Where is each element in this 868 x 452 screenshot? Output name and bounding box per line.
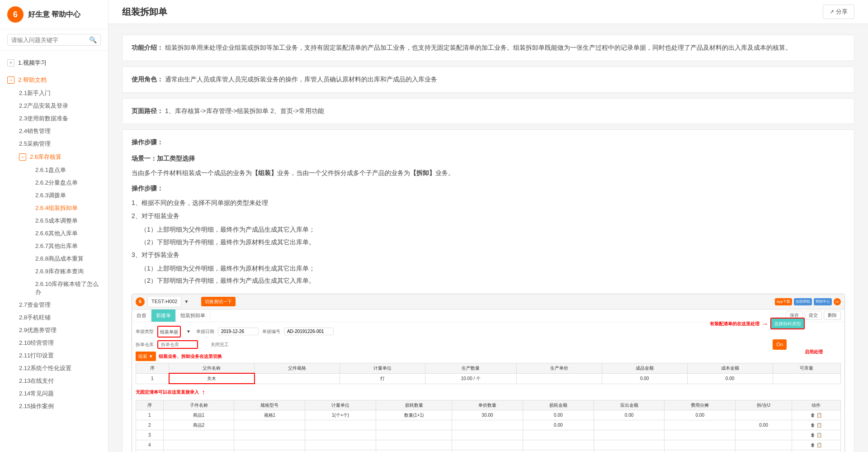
mock-bcell-spec: 规格1 <box>234 410 305 420</box>
mock-bcell-expense2 <box>665 420 736 430</box>
mock-help-icon: 在线帮助 <box>794 298 812 305</box>
mock-cell-qty: 10.00 / 个 <box>425 373 516 384</box>
step2-sub2: （2）下部明细为子件明细，最终作为原材料生成其它出库单。 <box>141 237 845 248</box>
mock-table-top-head: 序 父件名称 父件规格 计量单位 生产数量 生产单价 成品金额 成本金额 可库量 <box>136 363 841 374</box>
mock-bcol-loss-amt: 损耗金额 <box>523 400 594 410</box>
nav-item-2-13[interactable]: 2.13在线支付 <box>0 375 108 387</box>
mock-user-icon: cc <box>834 298 841 305</box>
on-badge-area: On <box>773 339 787 350</box>
nav-item-2-6-9[interactable]: 2.6.9库存账本查询 <box>9 265 108 278</box>
step2-sub: （1）上部明细为父件明细，最终作为产成品生成其它入库单； （2）下部明细为子件明… <box>132 224 845 248</box>
logo-icon: 6 <box>7 6 24 23</box>
nav-item-2-11[interactable]: 2.11打印设置 <box>0 349 108 362</box>
mock-num-input[interactable] <box>284 328 334 335</box>
ops-card: 操作步骤： 场景一：加工类型选择 当由多个子件材料组装成一个成品的业务为【组装】… <box>122 129 854 452</box>
nav-section-docs: − 2.帮助文档 2.1新手入门 2.2产品安装及登录 2.3使用前数据准备 2… <box>0 71 108 414</box>
nav-item-2-6-5[interactable]: 2.6.5成本调整单 <box>9 214 108 227</box>
mock-type-value: 组装单据 <box>160 329 178 334</box>
search-icon[interactable]: 🔍 <box>89 36 97 43</box>
nav-item-2-6-6[interactable]: 2.6.6其他入库单 <box>9 227 108 240</box>
table-row: 1 关木 打 10.00 / 个 0.00 0.00 <box>136 373 841 384</box>
nav-item-2-6-3[interactable]: 2.6.3调拨单 <box>9 189 108 202</box>
intro-card: 功能介绍： 组装拆卸单用来处理企业组装或拆卸等加工业务，支持有固定装配清单的产品… <box>122 35 854 61</box>
mock-delete-btn[interactable]: 删除 <box>824 311 841 320</box>
mock-table-bottom-head: 序 子件名称 规格型号 计量单位 损耗数量 单价数量 损耗金额 应出金额 费用分… <box>136 400 841 410</box>
nav-item-2-8[interactable]: 2.8手机旺铺 <box>0 311 108 324</box>
mock-bcell-split2: 0.00 <box>736 420 792 430</box>
nav-item-2-15[interactable]: 2.15操作案例 <box>0 400 108 413</box>
nav-item-2-4[interactable]: 2.4销售管理 <box>0 125 108 138</box>
mock-company-dropdown[interactable]: TEST-H002 <box>147 296 181 307</box>
mock-warehouse-input[interactable] <box>157 340 198 349</box>
mock-bcol-loss-qty: 损耗数量 <box>376 400 452 410</box>
logo-text: 好生意 帮助中心 <box>28 10 80 19</box>
mock-type-input[interactable]: 组装单据 <box>157 326 181 338</box>
mock-process-btn[interactable]: 选择拆科类型 <box>770 318 805 330</box>
nav-item-2-6-8[interactable]: 2.6.8商品成本重算 <box>9 252 108 265</box>
mock-cell-cost-amt: 0.00 <box>687 373 773 384</box>
nav-label-docs: 2.帮助文档 <box>18 76 47 84</box>
mock-dropdown-arrow: ▼ <box>184 298 189 305</box>
mock-bcell-unit2 <box>305 420 376 430</box>
steps-list: 1、根据不同的业务，选择不同单据的类型来处理 2、对于组装业务 （1）上部明细为… <box>132 198 845 287</box>
nav-item-2-6-4[interactable]: 2.6.4组装拆卸单 <box>9 202 108 214</box>
mock-bcol-child-name: 子件名称 <box>163 400 234 410</box>
mock-col-parent-spec: 父件规格 <box>255 363 340 374</box>
content-area: 功能介绍： 组装拆卸单用来处理企业组装或拆卸等加工业务，支持有固定装配清单的产品… <box>108 24 868 452</box>
nav-item-2-6-2[interactable]: 2.6.2分量盘点单 <box>9 176 108 189</box>
mock-col-seq: 序 <box>136 363 169 374</box>
nav-item-2-10[interactable]: 2.10经营管理 <box>0 337 108 349</box>
mock-bcol-out-amt: 应出金额 <box>594 400 665 410</box>
nav-item-2-2[interactable]: 2.2产品安装及登录 <box>0 100 108 112</box>
path-text: 1、库存核算->库存管理->组装拆卸单 2、首页->常用功能 <box>165 107 324 114</box>
nav-item-2-6-7[interactable]: 2.6.7其他出库单 <box>9 240 108 252</box>
main-content: 组装拆卸单 ↗ 分享 功能介绍： 组装拆卸单用来处理企业组装或拆卸等加工业务，支… <box>108 0 868 452</box>
mock-submit-btn[interactable]: 提交 <box>805 311 822 320</box>
role-text: 通常由生产人员或库管人员完成拆装业务的操作，库管人员确认原材料的出库和产成品的入… <box>165 76 437 83</box>
nav-item-2-9[interactable]: 2.9优惠券管理 <box>0 324 108 337</box>
mock-section-badge: 组装 ▼ <box>136 352 156 361</box>
mock-table-top-header-row: 序 父件名称 父件规格 计量单位 生产数量 生产单价 成品金额 成本金额 可库量 <box>136 363 841 374</box>
mock-icon-row: App下载 在线帮助 帮助中心 cc <box>775 298 841 305</box>
search-area: 🔍 <box>0 29 108 51</box>
mock-bcell-seq2: 2 <box>136 420 164 430</box>
nav-sub-items-docs: 2.1新手入门 2.2产品安装及登录 2.3使用前数据准备 2.4销售管理 2.… <box>0 87 108 413</box>
top-bar: 组装拆卸单 ↗ 分享 <box>108 0 868 24</box>
mock-date-input[interactable] <box>218 328 259 335</box>
nav-item-2-6-1[interactable]: 2.6.1盘点单 <box>9 164 108 176</box>
nav-item-2-1[interactable]: 2.1新手入门 <box>0 87 108 100</box>
mock-type-label: 单据类型 <box>136 328 154 335</box>
mock-col-price: 生产单价 <box>516 363 602 374</box>
nav-item-2-7[interactable]: 2.7资金管理 <box>0 299 108 311</box>
nav-item-docs[interactable]: − 2.帮助文档 <box>0 73 108 87</box>
nav-item-2-12[interactable]: 2.12系统个性化设置 <box>0 362 108 375</box>
screenshot-container: 6 TEST-H002 ▼ 切换测试一下 App下载 在线帮助 帮助中心 cc <box>132 294 845 452</box>
mock-col-cost-amount: 成本金额 <box>687 363 773 374</box>
share-button[interactable]: ↗ 分享 <box>823 5 854 19</box>
nav-sub-items-2-6: 2.6.1盘点单 2.6.2分量盘点单 2.6.3调拨单 2.6.4组装拆卸单 … <box>0 164 108 299</box>
mock-new-order-btn[interactable]: 切换测试一下 <box>201 297 236 306</box>
nav-item-2-3[interactable]: 2.3使用前数据准备 <box>0 112 108 125</box>
intro-label: 功能介绍： <box>132 44 163 51</box>
nav-item-2-5[interactable]: 2.5采购管理 <box>0 138 108 150</box>
mock-tab-new[interactable]: 新建单 <box>151 309 176 322</box>
mock-cell-seq: 1 <box>136 373 169 384</box>
mock-table-top-body: 1 关木 打 10.00 / 个 0.00 0.00 <box>136 373 841 384</box>
mock-tab-assemble[interactable]: 组装拆卸单 <box>176 309 210 322</box>
nav-item-2-6[interactable]: − 2.6库存核算 <box>0 150 108 164</box>
mock-cell-unit: 打 <box>340 373 425 384</box>
nav-item-2-6-10[interactable]: 2.6.10库存账本错了怎么办 <box>9 278 108 299</box>
search-input[interactable] <box>11 37 89 43</box>
mock-table-top: 序 父件名称 父件规格 计量单位 生产数量 生产单价 成品金额 成本金额 可库量 <box>136 363 841 384</box>
mock-form-area: 单据类型 组装单据 ▼ 单据日期 单据编号 有装配清单的在这里处理 <box>132 322 844 452</box>
mock-logo-icon: 6 <box>136 297 145 306</box>
mock-bcell-name: 商品1 <box>163 410 234 420</box>
mock-bcell-lossamt2: 0.00 <box>523 420 594 430</box>
mock-bcell-split <box>736 410 792 420</box>
annotation-red1-area: 有装配清单的在这里处理 → 选择拆科类型 <box>710 318 805 330</box>
nav-item-2-14[interactable]: 2.14常见问题 <box>0 387 108 400</box>
nav-item-video[interactable]: + 1.视频学习 <box>0 56 108 70</box>
page-title: 组装拆卸单 <box>122 6 167 18</box>
on-badge[interactable]: On <box>773 339 787 350</box>
mock-tab-home[interactable]: 自首 <box>132 309 151 322</box>
